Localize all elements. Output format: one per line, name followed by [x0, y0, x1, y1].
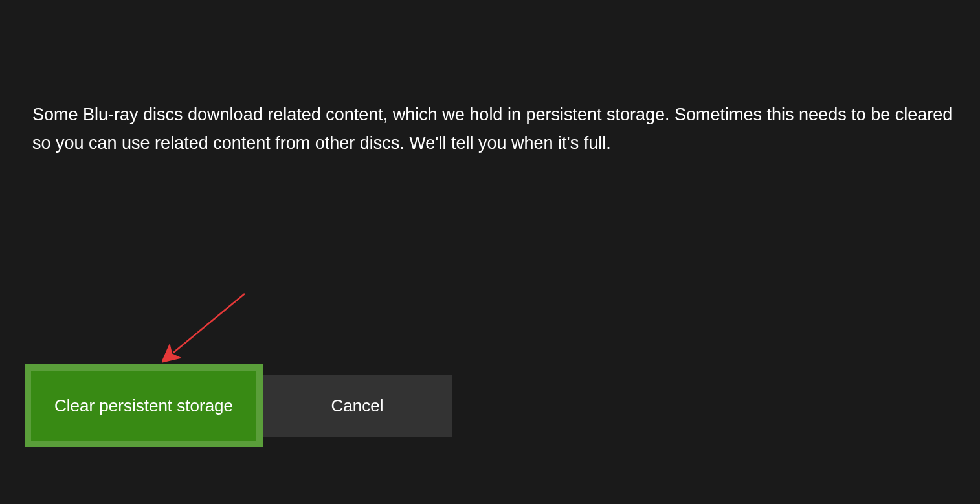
cancel-button[interactable]: Cancel — [263, 375, 452, 437]
clear-persistent-storage-button[interactable]: Clear persistent storage — [25, 364, 263, 447]
dialog-description: Some Blu-ray discs download related cont… — [32, 101, 971, 157]
annotation-arrow-icon — [162, 291, 252, 369]
svg-line-1 — [173, 294, 245, 353]
button-row: Clear persistent storage Cancel — [25, 364, 452, 447]
